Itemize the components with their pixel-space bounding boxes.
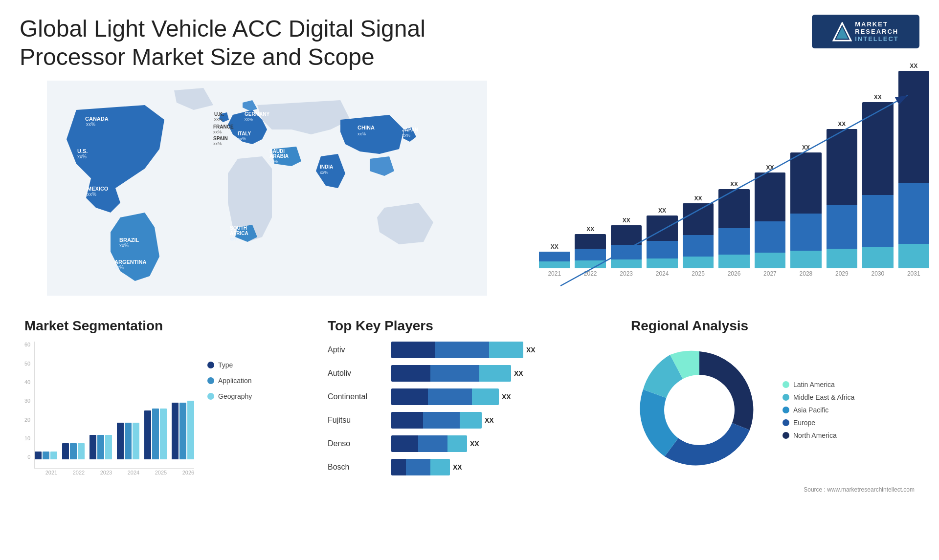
label-mexico: MEXICO — [87, 186, 109, 192]
label-europe: Europe — [793, 419, 815, 427]
aptiv-seg3 — [489, 342, 523, 358]
bar-group-2022: XX 2022 — [575, 226, 605, 277]
dot-mea — [782, 394, 789, 401]
x-label-2024: 2024 — [122, 470, 145, 475]
seg-group-2026 — [172, 401, 194, 459]
header: Global Light Vehicle ACC Digital Signal … — [20, 15, 919, 71]
logo: MARKET RESEARCH INTELLECT — [812, 15, 919, 48]
label-germany: GERMANY — [245, 111, 269, 117]
bar-2027-seg1 — [755, 253, 785, 268]
label-southafrica2: AFRICA — [230, 231, 248, 236]
label-latin-america: Latin America — [793, 381, 835, 388]
label-uk-pct: xx% — [214, 117, 223, 122]
label-japan-pct: xx% — [402, 133, 410, 138]
label-canada: CANADA — [85, 116, 109, 122]
label-japan: JAPAN — [402, 127, 418, 132]
bar-2026-seg2 — [718, 228, 749, 255]
bar-2030-seg3 — [862, 102, 893, 195]
y-label-20: 20 — [24, 417, 30, 423]
seg-bar-geo-2023 — [105, 435, 112, 459]
dot-latin-america — [782, 381, 789, 388]
label-mea: Middle East & Africa — [793, 393, 854, 401]
bar-group-2021: XX 2021 — [539, 243, 570, 277]
key-players-section: Top Key Players Aptiv XX — [323, 313, 616, 498]
legend-type-label: Type — [218, 361, 233, 369]
bar-2030-seg2 — [862, 195, 893, 247]
player-row-aptiv: Aptiv XX — [328, 342, 611, 358]
x-label-2022: 2022 — [67, 470, 90, 475]
bar-group-2029: XX 2029 — [827, 121, 857, 277]
seg-bar-app-2024 — [125, 423, 132, 459]
y-label-50: 50 — [24, 361, 30, 366]
label-india: INDIA — [320, 164, 333, 170]
label-spain-pct: xx% — [213, 141, 222, 146]
players-bars: Aptiv XX Autoliv — [328, 342, 611, 475]
player-name-bosch: Bosch — [328, 463, 386, 472]
bosch-seg3 — [430, 459, 450, 475]
logo-line2: RESEARCH — [855, 28, 899, 35]
player-name-autoliv: Autoliv — [328, 369, 386, 378]
seg-bar-app-2025 — [152, 409, 159, 459]
seg-bar-type-2025 — [144, 410, 151, 459]
bar-2031-seg2 — [898, 183, 929, 244]
regional-title: Regional Analysis — [631, 318, 915, 334]
bar-2022-seg1 — [575, 260, 605, 268]
label-spain: SPAIN — [213, 136, 228, 141]
logo-line1: MARKET — [855, 21, 899, 28]
player-bar-bosch — [391, 459, 450, 475]
bar-group-2025: XX 2025 — [683, 195, 714, 277]
seg-bar-app-2023 — [97, 435, 104, 459]
bar-2027-seg2 — [755, 221, 785, 253]
bar-group-2028: XX 2028 — [790, 144, 821, 277]
label-china-pct: xx% — [358, 131, 366, 136]
logo-icon — [832, 22, 852, 42]
bar-2031-seg3 — [898, 71, 929, 183]
label-us-pct: xx% — [77, 154, 87, 159]
bar-group-2031: XX 2031 — [898, 63, 929, 277]
page-title: Global Light Vehicle ACC Digital Signal … — [20, 15, 460, 71]
label-france-pct: xx% — [213, 129, 222, 134]
player-bar-wrap-aptiv: XX — [391, 342, 611, 358]
label-italy: ITALY — [238, 131, 251, 136]
x-label-2023: 2023 — [95, 470, 117, 475]
player-bar-fujitsu — [391, 412, 482, 429]
bar-2031-seg1 — [898, 244, 929, 268]
source-text: Source : www.marketresearchintellect.com — [631, 486, 915, 493]
bar-group-2030: XX 2030 — [862, 94, 893, 277]
legend-app-dot — [207, 377, 214, 384]
player-bar-aptiv — [391, 342, 523, 358]
bar-group-2023: XX 2023 — [611, 217, 642, 277]
bar-chart-section: XX 2021 XX 2022 XX — [524, 81, 929, 305]
autoliv-seg3 — [479, 365, 511, 382]
seg-bar-app-2022 — [70, 443, 77, 459]
legend-geography: Geography — [207, 392, 252, 400]
label-germany-pct: xx% — [245, 117, 253, 122]
y-label-10: 10 — [24, 435, 30, 441]
seg-group-2022 — [62, 443, 85, 459]
fujitsu-seg2 — [423, 412, 460, 429]
legend-type: Type — [207, 361, 252, 369]
seg-bar-type-2021 — [35, 452, 42, 459]
bar-2029-seg2 — [827, 205, 857, 249]
bar-2025-seg3 — [683, 203, 714, 235]
player-bar-continental — [391, 388, 499, 405]
y-label-0: 0 — [27, 454, 30, 460]
continental-seg1 — [391, 388, 428, 405]
bar-2025-seg1 — [683, 257, 714, 268]
player-name-continental: Continental — [328, 392, 386, 401]
seg-bar-type-2022 — [62, 443, 69, 459]
bar-2023-seg2 — [611, 245, 642, 259]
player-val-denso: XX — [470, 440, 479, 448]
player-bar-wrap-continental: XX — [391, 388, 611, 405]
denso-seg1 — [391, 435, 418, 452]
legend-geo-label: Geography — [218, 392, 252, 400]
seg-bar-geo-2024 — [133, 423, 139, 459]
bosch-seg2 — [406, 459, 430, 475]
player-val-bosch: XX — [453, 463, 462, 471]
segmentation-section: Market Segmentation 60 50 40 30 20 10 0 — [20, 313, 313, 498]
legend-europe: Europe — [782, 419, 854, 427]
seg-bar-geo-2021 — [50, 452, 57, 459]
bar-2024-seg2 — [647, 241, 677, 258]
player-name-aptiv: Aptiv — [328, 345, 386, 354]
label-argentina: ARGENTINA — [114, 259, 146, 265]
